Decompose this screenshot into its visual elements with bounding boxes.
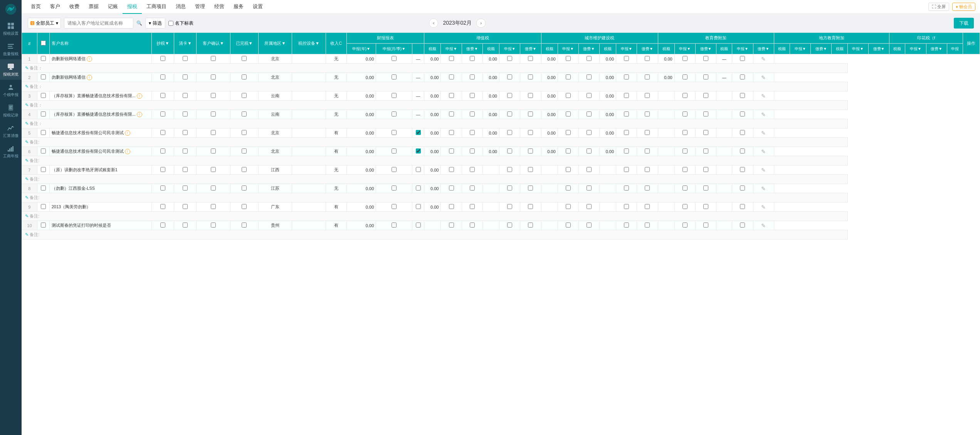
local-fee-checkbox[interactable] (645, 148, 650, 153)
edit-remark-icon[interactable]: ✎ (25, 214, 29, 218)
local-fee-checkbox[interactable] (645, 74, 650, 79)
city-fee-checkbox[interactable] (528, 185, 533, 191)
stamp-fee-checkbox[interactable] (703, 167, 708, 172)
vat-fee-checkbox[interactable] (470, 74, 475, 79)
sidebar-item-annual-tax[interactable]: 工商年报 (0, 141, 22, 162)
stamp-declare2-checkbox[interactable] (740, 204, 745, 209)
edit-icon[interactable]: ✎ (761, 111, 766, 118)
fin-year-checkbox[interactable] (392, 167, 397, 172)
local-declare-checkbox[interactable] (624, 148, 629, 153)
city-fee-checkbox[interactable] (528, 111, 533, 116)
nav-operation[interactable]: 经营 (210, 0, 229, 14)
cell-operate[interactable]: ✎ (753, 128, 774, 138)
local-declare-checkbox[interactable] (624, 223, 629, 228)
sidebar-item-tax-settings[interactable]: 报税设置 (0, 19, 22, 39)
edit-remark-icon[interactable]: ✎ (25, 140, 29, 144)
edu-declare-checkbox[interactable] (566, 185, 571, 191)
edit-icon[interactable]: ✎ (761, 204, 766, 210)
row-checkbox[interactable] (41, 223, 46, 228)
row-checkbox[interactable] (41, 148, 46, 153)
vat-fee-checkbox[interactable] (470, 185, 475, 191)
vat-fee-checkbox[interactable] (470, 56, 475, 61)
cell-operate[interactable]: ✎ (753, 202, 774, 212)
edit-remark-icon[interactable]: ✎ (25, 103, 29, 107)
stamp-declare-checkbox[interactable] (682, 148, 688, 153)
city-fee-checkbox[interactable] (528, 130, 533, 135)
edit-icon[interactable]: ✎ (761, 130, 766, 136)
stamp-declare2-checkbox[interactable] (740, 185, 745, 191)
stamp-declare2-checkbox[interactable] (740, 223, 745, 228)
edu-declare-checkbox[interactable] (566, 74, 571, 79)
clear-checkbox[interactable] (183, 167, 188, 172)
row-checkbox[interactable] (41, 56, 46, 61)
stamp-declare-checkbox[interactable] (682, 185, 688, 191)
city-fee-checkbox[interactable] (528, 148, 533, 153)
clear-checkbox[interactable] (183, 111, 188, 116)
row-checkbox[interactable] (41, 185, 46, 191)
vat-declare-checkbox[interactable] (449, 185, 454, 191)
stamp-fee-checkbox[interactable] (703, 111, 708, 116)
local-fee-checkbox[interactable] (645, 167, 650, 172)
tax-rate-checkbox[interactable] (160, 148, 165, 153)
edit-remark-icon[interactable]: ✎ (25, 177, 29, 181)
city-declare-checkbox[interactable] (507, 148, 512, 153)
confirm-checkbox[interactable] (211, 148, 216, 153)
declared-checkbox[interactable] (242, 148, 247, 153)
clear-checkbox[interactable] (183, 56, 188, 61)
cell-check[interactable] (37, 73, 49, 82)
cell-check[interactable] (37, 147, 49, 156)
edit-icon[interactable]: ✎ (761, 223, 766, 229)
fin-year-checkbox[interactable] (392, 130, 397, 135)
edit-remark-icon[interactable]: ✎ (25, 195, 29, 200)
vat-fee-checkbox[interactable] (470, 111, 475, 116)
clear-checkbox[interactable] (183, 204, 188, 209)
local-declare-checkbox[interactable] (624, 130, 629, 135)
cell-check[interactable] (37, 221, 49, 230)
city-fee-checkbox[interactable] (528, 223, 533, 228)
employee-filter-select[interactable]: 全 全部员工 ▾ (28, 18, 61, 29)
vat-fee-checkbox[interactable] (470, 148, 475, 153)
local-declare-checkbox[interactable] (624, 56, 629, 61)
sidebar-item-summary[interactable]: 汇算清缴 (0, 121, 22, 141)
stamp-fee-checkbox[interactable] (703, 148, 708, 153)
fin-month-checkbox[interactable] (416, 148, 421, 153)
cell-check[interactable] (37, 54, 49, 64)
stamp-declare-checkbox[interactable] (682, 167, 688, 172)
edu-declare-checkbox[interactable] (566, 111, 571, 116)
fin-month-checkbox[interactable] (416, 167, 421, 172)
row-checkbox[interactable] (41, 130, 46, 135)
stamp-fee-checkbox[interactable] (703, 130, 708, 135)
stamp-fee-checkbox[interactable] (703, 185, 708, 191)
cell-check[interactable] (37, 128, 49, 138)
edit-icon[interactable]: ✎ (761, 185, 766, 192)
stamp-declare-checkbox[interactable] (682, 111, 688, 116)
edu-declare-checkbox[interactable] (566, 93, 571, 98)
nav-invoice[interactable]: 票据 (84, 0, 103, 14)
fin-month-checkbox[interactable] (416, 130, 421, 135)
local-fee-checkbox[interactable] (645, 130, 650, 135)
cell-check[interactable] (37, 202, 49, 212)
sidebar-item-personal-tax[interactable]: 个税申报 (0, 80, 22, 100)
stamp-fee-checkbox[interactable] (703, 204, 708, 209)
edu-declare-checkbox[interactable] (566, 56, 571, 61)
confirm-checkbox[interactable] (211, 93, 216, 98)
city-fee-checkbox[interactable] (528, 74, 533, 79)
edu-fee-checkbox[interactable] (587, 111, 592, 116)
stamp-fee-checkbox[interactable] (703, 74, 708, 79)
vat-declare-checkbox[interactable] (449, 148, 454, 153)
local-fee-checkbox[interactable] (645, 185, 650, 191)
vat-fee-checkbox[interactable] (470, 93, 475, 98)
city-declare-checkbox[interactable] (507, 130, 512, 135)
fin-year-checkbox[interactable] (392, 148, 397, 153)
cell-check[interactable] (37, 110, 49, 119)
local-fee-checkbox[interactable] (645, 93, 650, 98)
fin-year-checkbox[interactable] (392, 111, 397, 116)
stamp-declare-checkbox[interactable] (682, 223, 688, 228)
confirm-checkbox[interactable] (211, 74, 216, 79)
city-declare-checkbox[interactable] (507, 204, 512, 209)
row-checkbox[interactable] (41, 204, 46, 209)
clear-checkbox[interactable] (183, 130, 188, 135)
clear-checkbox[interactable] (183, 185, 188, 191)
cell-check[interactable] (37, 184, 49, 193)
local-declare-checkbox[interactable] (624, 111, 629, 116)
